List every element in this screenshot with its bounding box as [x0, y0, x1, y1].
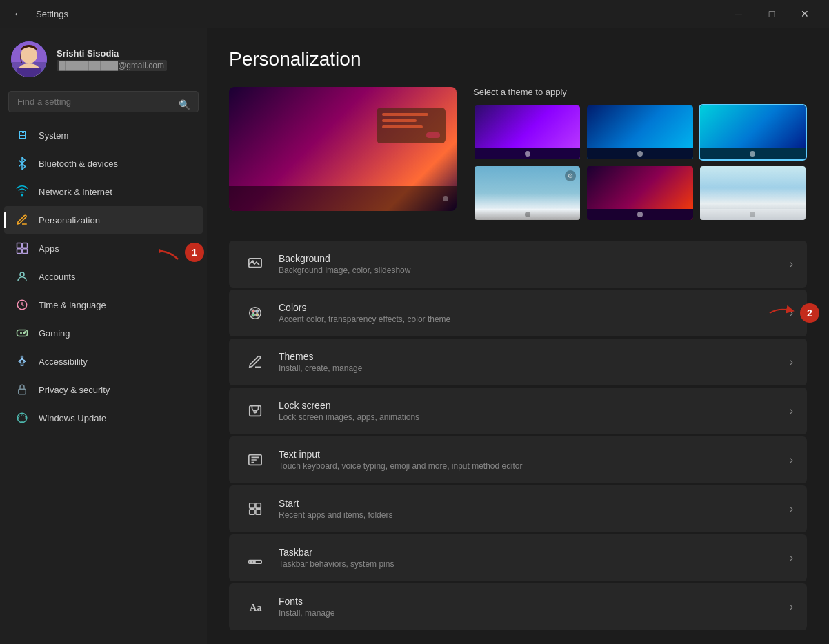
- preview-line-3: [382, 125, 423, 128]
- user-profile[interactable]: Srishti Sisodia ██████████@gmail.com: [0, 28, 207, 88]
- minimize-button[interactable]: ─: [723, 3, 755, 25]
- sidebar-item-privacy[interactable]: Privacy & security: [4, 376, 203, 403]
- maximize-button[interactable]: □: [756, 3, 788, 25]
- background-subtitle: Background image, color, slideshow: [279, 265, 790, 275]
- search-input[interactable]: [8, 91, 199, 112]
- preview-dot: [426, 132, 440, 138]
- sidebar-label-time: Time & language: [39, 300, 106, 310]
- taskbar-subtitle: Taskbar behaviors, system pins: [279, 559, 790, 569]
- page-title: Personalization: [229, 48, 807, 70]
- theme-4-dot: [525, 212, 530, 217]
- sidebar-label-bluetooth: Bluetooth & devices: [39, 159, 118, 169]
- theme-grid: ⚙: [473, 104, 807, 221]
- preview-taskbar: [229, 186, 457, 211]
- gaming-icon: [15, 326, 29, 340]
- textinput-chevron: ›: [790, 454, 793, 466]
- taskbar-text: Taskbar Taskbar behaviors, system pins: [279, 547, 790, 569]
- settings-item-background[interactable]: Background Background image, color, slid…: [229, 241, 807, 288]
- theme-6-taskbar: [700, 209, 806, 220]
- theme-thumb-4[interactable]: ⚙: [473, 165, 581, 221]
- theme-thumb-3[interactable]: [699, 104, 807, 161]
- settings-item-fonts[interactable]: Aa Fonts Install, manage ›: [229, 583, 807, 630]
- settings-item-themes[interactable]: Themes Install, create, manage ›: [229, 339, 807, 385]
- theme-5-dot: [637, 212, 643, 217]
- svg-point-3: [21, 47, 37, 63]
- textinput-icon: [243, 447, 268, 472]
- start-subtitle: Recent apps and items, folders: [279, 510, 790, 520]
- theme-6-dot: [750, 212, 755, 217]
- settings-item-lockscreen[interactable]: Lock screen Lock screen images, apps, an…: [229, 388, 807, 434]
- sidebar-label-network: Network & internet: [39, 187, 112, 197]
- background-chevron: ›: [790, 258, 793, 270]
- svg-point-16: [21, 356, 23, 359]
- fonts-icon: Aa: [243, 594, 268, 619]
- theme-4-taskbar: [475, 209, 580, 220]
- sidebar-item-personalization[interactable]: Personalization: [4, 206, 203, 234]
- lockscreen-title: Lock screen: [279, 400, 790, 411]
- themes-icon: [243, 350, 268, 374]
- sidebar-item-update[interactable]: Windows Update: [4, 404, 203, 432]
- settings-item-colors[interactable]: Colors Accent color, transparency effect…: [229, 290, 807, 336]
- accessibility-icon: [15, 354, 29, 368]
- taskbar-chevron: ›: [790, 552, 793, 564]
- fonts-title: Fonts: [279, 596, 790, 607]
- apps-icon: [15, 241, 29, 255]
- taskbar-title: Taskbar: [279, 547, 790, 558]
- time-icon: [15, 298, 29, 312]
- svg-point-20: [250, 308, 261, 319]
- settings-item-start[interactable]: Start Recent apps and items, folders ›: [229, 485, 807, 532]
- textinput-text: Text input Touch keyboard, voice typing,…: [279, 449, 790, 471]
- sidebar-label-accessibility: Accessibility: [39, 356, 88, 367]
- sidebar-item-accessibility[interactable]: Accessibility: [4, 348, 203, 375]
- colors-title: Colors: [279, 302, 790, 313]
- sidebar-item-gaming[interactable]: Gaming: [4, 319, 203, 347]
- svg-rect-34: [253, 561, 255, 563]
- preview-lines: [382, 113, 440, 128]
- sidebar-label-accounts: Accounts: [39, 272, 75, 282]
- theme-thumb-1[interactable]: [473, 104, 581, 161]
- theme-thumb-6[interactable]: [699, 165, 807, 221]
- sidebar-item-system[interactable]: 🖥 System: [4, 121, 203, 149]
- theme-6-inner: [700, 166, 806, 220]
- close-button[interactable]: ✕: [789, 3, 821, 25]
- themes-title: Themes: [279, 351, 790, 362]
- theme-2-taskbar: [587, 148, 692, 159]
- svg-point-26: [254, 410, 257, 413]
- sidebar-item-bluetooth[interactable]: Bluetooth & devices: [4, 150, 203, 177]
- start-title: Start: [279, 498, 790, 509]
- back-button[interactable]: ←: [8, 4, 29, 24]
- lockscreen-chevron: ›: [790, 405, 793, 417]
- user-name: Srishti Sisodia: [57, 48, 167, 59]
- settings-list: Background Background image, color, slid…: [229, 241, 807, 630]
- search-container: 🔍: [0, 88, 207, 121]
- theme-4-gear: ⚙: [565, 170, 576, 181]
- start-chevron: ›: [790, 503, 793, 515]
- sidebar-label-apps: Apps: [39, 243, 59, 254]
- svg-point-22: [256, 310, 259, 312]
- theme-3-taskbar: [700, 148, 806, 159]
- background-icon: [243, 252, 268, 276]
- sidebar-item-accounts[interactable]: Accounts: [4, 263, 203, 290]
- sidebar-label-personalization: Personalization: [39, 215, 100, 225]
- fonts-text: Fonts Install, manage: [279, 596, 790, 618]
- svg-point-6: [21, 194, 23, 195]
- settings-item-textinput[interactable]: Text input Touch keyboard, voice typing,…: [229, 436, 807, 483]
- sidebar: Srishti Sisodia ██████████@gmail.com 🔍 🖥…: [0, 28, 207, 644]
- search-button[interactable]: 🔍: [176, 97, 193, 113]
- sidebar-label-gaming: Gaming: [39, 328, 70, 339]
- settings-item-taskbar[interactable]: Taskbar Taskbar behaviors, system pins ›: [229, 534, 807, 581]
- network-icon: [15, 185, 29, 199]
- sidebar-item-time[interactable]: Time & language: [4, 291, 203, 319]
- svg-point-23: [252, 314, 254, 316]
- theme-thumb-2[interactable]: [586, 104, 694, 161]
- user-email: ██████████@gmail.com: [57, 60, 167, 71]
- theme-2-dot: [637, 151, 643, 157]
- theme-thumb-5[interactable]: [586, 165, 694, 221]
- bluetooth-icon: [15, 157, 29, 170]
- titlebar-controls: ─ □ ✕: [723, 3, 821, 25]
- colors-subtitle: Accent color, transparency effects, colo…: [279, 314, 790, 324]
- lockscreen-text: Lock screen Lock screen images, apps, an…: [279, 400, 790, 422]
- titlebar-left: ← Settings: [8, 4, 68, 24]
- sidebar-item-network[interactable]: Network & internet: [4, 178, 203, 205]
- svg-rect-29: [256, 503, 261, 508]
